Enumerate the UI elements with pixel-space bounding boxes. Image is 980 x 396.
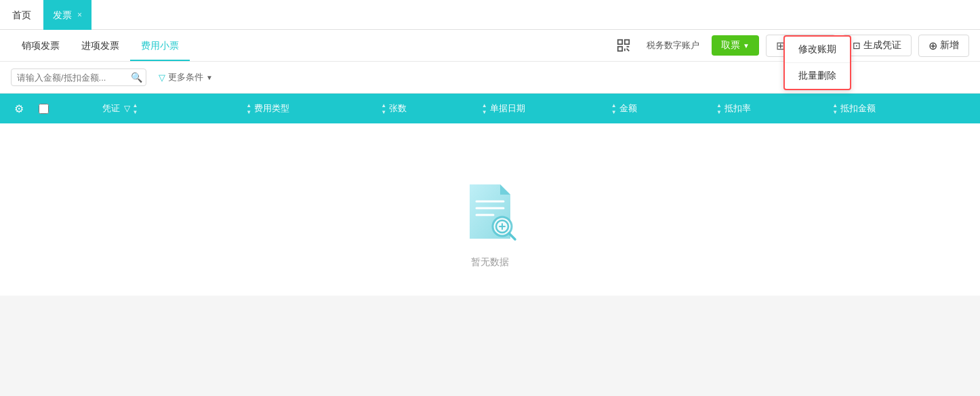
dropdown-item-batch-delete[interactable]: 批量删除 bbox=[785, 62, 850, 89]
th-deduct-rate: ▲▼ 抵扣率 bbox=[679, 102, 789, 115]
tax-account-button[interactable]: 税务数字账户 bbox=[641, 37, 705, 54]
search-box[interactable]: 🔍 bbox=[11, 68, 146, 86]
nav-tab-label: 发票 bbox=[53, 0, 72, 30]
search-icon[interactable]: 🔍 bbox=[131, 72, 142, 83]
tab-expense[interactable]: 费用小票 bbox=[130, 30, 190, 61]
tab-input[interactable]: 进项发票 bbox=[70, 30, 130, 61]
th-date-label: 单据日期 bbox=[490, 102, 525, 115]
count-sort-icon[interactable]: ▲▼ bbox=[381, 102, 386, 115]
filter-label: 更多条件 bbox=[168, 71, 203, 83]
svg-line-6 bbox=[627, 49, 630, 52]
search-input[interactable] bbox=[17, 73, 131, 83]
tab-sales[interactable]: 销项发票 bbox=[11, 30, 70, 61]
th-amount-label: 金额 bbox=[619, 102, 637, 115]
voucher-filter-icon[interactable]: ▽ bbox=[124, 104, 130, 113]
sub-tabs: 销项发票 进项发票 费用小票 bbox=[0, 30, 602, 61]
take-ticket-chevron-icon: ▼ bbox=[743, 42, 750, 50]
qr-code-icon[interactable] bbox=[613, 35, 634, 56]
dropdown-item-modify-period[interactable]: 修改账期 bbox=[785, 37, 850, 62]
batch-op-dropdown: 修改账期 批量删除 bbox=[783, 35, 851, 90]
th-deduct-amount-label: 抵扣金额 bbox=[840, 102, 876, 115]
th-voucher-label: 凭证 bbox=[102, 102, 120, 115]
settings-icon[interactable]: ⚙ bbox=[14, 102, 24, 115]
gen-voucher-icon: ⊡ bbox=[853, 40, 861, 51]
th-expense-type: ▲▼ 费用类型 bbox=[186, 102, 350, 115]
expense-type-sort-icon[interactable]: ▲▼ bbox=[246, 102, 251, 115]
new-button[interactable]: ⊕ 新增 bbox=[918, 35, 969, 57]
filter-button[interactable]: ▽ 更多条件 ▼ bbox=[153, 68, 218, 86]
deduct-rate-sort-icon[interactable]: ▲▼ bbox=[716, 102, 722, 115]
th-expense-type-label: 费用类型 bbox=[254, 102, 289, 115]
th-settings[interactable]: ⚙ bbox=[5, 102, 33, 115]
th-voucher: 凭证 ▽ ▲▼ bbox=[54, 102, 186, 115]
date-sort-icon[interactable]: ▲▼ bbox=[482, 102, 487, 115]
nav-tab-invoice[interactable]: 发票 × bbox=[43, 0, 91, 30]
th-date: ▲▼ 单据日期 bbox=[438, 102, 569, 115]
th-checkbox[interactable] bbox=[33, 104, 54, 114]
table-header: ⚙ 凭证 ▽ ▲▼ ▲▼ 费用类型 ▲▼ 张数 ▲▼ bbox=[0, 94, 980, 123]
new-label: 新增 bbox=[940, 39, 959, 52]
take-ticket-label: 取票 bbox=[721, 39, 740, 52]
take-ticket-button[interactable]: 取票 ▼ bbox=[712, 35, 759, 56]
voucher-sort-icon[interactable]: ▲▼ bbox=[133, 102, 138, 115]
nav-tab-close[interactable]: × bbox=[77, 0, 82, 30]
th-count: ▲▼ 张数 bbox=[350, 102, 438, 115]
svg-rect-2 bbox=[618, 47, 622, 51]
th-deduct-amount: ▲▼ 抵扣金额 bbox=[788, 102, 920, 115]
empty-state-text: 暂无数据 bbox=[471, 256, 509, 269]
svg-rect-1 bbox=[625, 40, 629, 44]
empty-state-icon bbox=[456, 178, 524, 245]
filter-chevron-icon: ▼ bbox=[206, 74, 213, 81]
svg-rect-0 bbox=[618, 40, 622, 44]
nav-home[interactable]: 首页 bbox=[0, 0, 43, 30]
select-all-checkbox[interactable] bbox=[39, 104, 49, 114]
th-count-label: 张数 bbox=[389, 102, 407, 115]
th-deduct-rate-label: 抵扣率 bbox=[724, 102, 751, 115]
gen-voucher-button[interactable]: ⊡ 生成凭证 bbox=[842, 35, 912, 56]
th-amount: ▲▼ 金额 bbox=[569, 102, 679, 115]
new-plus-icon: ⊕ bbox=[928, 39, 937, 52]
amount-sort-icon[interactable]: ▲▼ bbox=[611, 102, 617, 115]
deduct-amount-sort-icon[interactable]: ▲▼ bbox=[832, 102, 838, 115]
gen-voucher-label: 生成凭证 bbox=[863, 39, 901, 52]
top-nav: 首页 发票 × bbox=[0, 0, 980, 30]
filter-icon: ▽ bbox=[159, 73, 165, 83]
empty-state: 暂无数据 bbox=[0, 123, 980, 296]
